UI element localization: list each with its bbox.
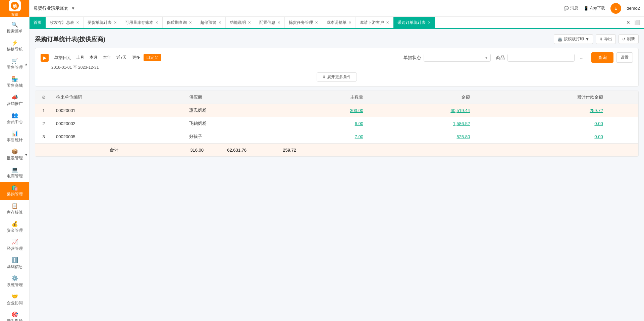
sidebar-item-enterprise[interactable]: 🤝 企业协同 — [0, 290, 29, 309]
message-label: 消息 — [570, 5, 578, 11]
row-paid[interactable]: 0.00 — [474, 130, 607, 143]
filter-toggle-button[interactable]: ▶ — [41, 54, 49, 62]
row-paid[interactable]: 259.72 — [474, 104, 607, 117]
close-icon[interactable]: ✕ — [76, 20, 79, 25]
print-button[interactable]: 🖨️ 按模板打印 ▼ — [554, 34, 593, 44]
enterprise-icon: 🤝 — [11, 293, 18, 300]
sidebar-item-inventory[interactable]: 📋 库存核算 — [0, 200, 29, 218]
footer-label: 合计 — [110, 147, 163, 153]
sidebar-item-operation[interactable]: 📈 经营管理 — [0, 236, 29, 254]
date-shortcuts: 上月 本月 本年 近7天 更多 自定义 — [74, 54, 161, 61]
sidebar-item-member[interactable]: 👥 会员中心 — [0, 109, 29, 127]
guide-icon: 🎯 — [11, 311, 18, 318]
status-select[interactable] — [424, 54, 491, 62]
sidebar-item-purchase[interactable]: 🛍️ 采购管理 — [0, 182, 29, 200]
query-button[interactable]: 查询 — [591, 52, 613, 63]
sidebar: 畅 标题 🔍 搜索菜单 ⚡ 快捷导航 🛒 零售管理 ▲ 🏪 零售商城 📣 营销推… — [0, 0, 30, 321]
product-input[interactable] — [507, 54, 575, 62]
avatar[interactable]: E — [610, 3, 621, 14]
tab-overstock[interactable]: 超储预警 ✕ — [196, 17, 226, 29]
maximize-button[interactable]: ⬜ — [633, 18, 641, 26]
export-button[interactable]: ⬇ 导出 — [596, 34, 616, 44]
app-download-button[interactable]: 📱 App下载 — [584, 5, 605, 11]
sidebar-nav: 🔍 搜索菜单 ⚡ 快捷导航 🛒 零售管理 ▲ 🏪 零售商城 📣 营销推广 👥 会… — [0, 17, 29, 321]
tab-requisition[interactable]: 要货单统计表 ✕ — [84, 17, 121, 29]
tab-invite[interactable]: 邀请下游客户 ✕ — [356, 17, 393, 29]
more-filter-button[interactable]: ... — [577, 54, 586, 61]
close-icon[interactable]: ✕ — [114, 20, 117, 25]
tab-collection[interactable]: 收发存汇总表 ✕ — [46, 17, 84, 29]
chevron-right-icon: ▶ — [43, 55, 47, 60]
close-icon[interactable]: ✕ — [218, 20, 221, 25]
row-amount[interactable]: 60,519.44 — [367, 104, 474, 117]
date-range-row: 2016-01-01 至 2023-12-31 — [51, 65, 633, 70]
footer-amount: 62,631.76 — [206, 148, 247, 153]
tab-cost[interactable]: 成本调整单 ✕ — [322, 17, 356, 29]
sidebar-item-retail[interactable]: 🛒 零售管理 ▲ — [0, 55, 29, 73]
sidebar-item-search[interactable]: 🔍 搜索菜单 — [0, 19, 29, 37]
row-quantity[interactable]: 303.00 — [284, 104, 367, 117]
print-label: 按模板打印 — [564, 36, 584, 42]
sidebar-item-ecommerce[interactable]: 💻 电商管理 — [0, 164, 29, 182]
printer-icon: 🖨️ — [557, 37, 562, 42]
column-settings-icon[interactable]: ⚙ — [42, 95, 46, 100]
table-row[interactable]: 1 00020001 惠氏奶粉 303.00 60,519.44 259.72 — [35, 104, 638, 117]
custom-date-tag[interactable]: 自定义 — [144, 54, 161, 61]
expand-more-button[interactable]: ⬇ 展开更多条件 — [317, 72, 357, 82]
tab-config[interactable]: 配置信息 ✕ — [255, 17, 285, 29]
settings-button[interactable]: 设置 — [616, 52, 633, 63]
sidebar-item-retail-shop[interactable]: 🏪 零售商城 — [0, 73, 29, 91]
sidebar-item-quick[interactable]: ⚡ 快捷导航 — [0, 37, 29, 55]
date-label: 单据日期 — [54, 55, 71, 61]
sidebar-item-basic[interactable]: ℹ️ 基础信息 — [0, 254, 29, 272]
tab-label: 采购订单统计表 — [397, 20, 426, 25]
chevron-down-icon: ⬇ — [322, 75, 326, 79]
close-icon[interactable]: ✕ — [189, 20, 192, 25]
username[interactable]: demo2 — [627, 6, 640, 11]
row-paid[interactable]: 0.00 — [474, 117, 607, 130]
sidebar-item-label: 零售管理 — [7, 65, 23, 70]
table-row[interactable]: 3 00020005 好孩子 7.00 525.80 0.00 — [35, 130, 638, 143]
sidebar-item-guide[interactable]: 🎯 新手引导 — [0, 309, 29, 321]
refresh-button[interactable]: ↺ 刷新 — [619, 34, 639, 44]
tab-home[interactable]: 首页 — [30, 17, 46, 29]
logo-icon: 畅 — [9, 0, 21, 11]
close-icon[interactable]: ✕ — [386, 20, 389, 25]
tab-func[interactable]: 功能说明 ✕ — [226, 17, 255, 29]
topbar-dropdown[interactable]: ▼ — [71, 6, 75, 11]
message-button[interactable]: 💬 消息 — [564, 5, 578, 11]
table-row[interactable]: 2 00020002 飞鹤奶粉 6.00 1,586.52 0.00 — [35, 117, 638, 130]
shortcut-this-year[interactable]: 本年 — [101, 54, 113, 61]
close-icon[interactable]: ✕ — [428, 20, 431, 25]
tab-expiry[interactable]: 保质期查询 ✕ — [163, 17, 196, 29]
row-amount[interactable]: 1,586.52 — [367, 117, 474, 130]
tab-available[interactable]: 可用量库存账本 ✕ — [121, 17, 163, 29]
row-quantity[interactable]: 6.00 — [284, 117, 367, 130]
tab-label: 配置信息 — [259, 20, 275, 25]
close-icon[interactable]: ✕ — [348, 20, 352, 25]
close-icon[interactable]: ✕ — [248, 20, 251, 25]
shortcut-last-month[interactable]: 上月 — [74, 54, 86, 61]
tab-purchase-stat[interactable]: 采购订单统计表 ✕ — [393, 17, 435, 29]
row-quantity[interactable]: 7.00 — [284, 130, 367, 143]
shortcut-7days[interactable]: 近7天 — [114, 54, 129, 61]
logo[interactable]: 畅 标题 — [0, 0, 29, 17]
sidebar-item-label: 电商管理 — [7, 173, 23, 179]
sidebar-item-retail-stat[interactable]: 📊 零售统计 — [0, 127, 29, 146]
shortcut-this-month[interactable]: 本月 — [88, 54, 100, 61]
close-icon[interactable]: ✕ — [155, 20, 158, 25]
shortcut-more[interactable]: 更多 — [130, 54, 142, 61]
row-supplier: 飞鹤奶粉 — [185, 117, 284, 130]
tab-label: 要货单统计表 — [88, 20, 112, 25]
sidebar-item-marketing[interactable]: 📣 营销推广 — [0, 91, 29, 109]
row-amount[interactable]: 525.80 — [367, 130, 474, 143]
tab-task[interactable]: 拣货任务管理 ✕ — [285, 17, 322, 29]
close-icon[interactable]: ✕ — [315, 20, 318, 25]
tabbar: 首页 收发存汇总表 ✕ 要货单统计表 ✕ 可用量库存账本 ✕ 保质期查询 ✕ 超… — [30, 17, 644, 29]
sidebar-item-system[interactable]: ⚙️ 系统管理 — [0, 272, 29, 290]
close-icon[interactable]: ✕ — [277, 20, 280, 25]
sidebar-item-finance[interactable]: 💰 资金管理 — [0, 218, 29, 236]
row-supplier: 惠氏奶粉 — [185, 104, 284, 117]
close-all-button[interactable]: ✕ — [625, 18, 632, 26]
sidebar-item-wholesale[interactable]: 📦 批发管理 ▼ — [0, 146, 29, 164]
